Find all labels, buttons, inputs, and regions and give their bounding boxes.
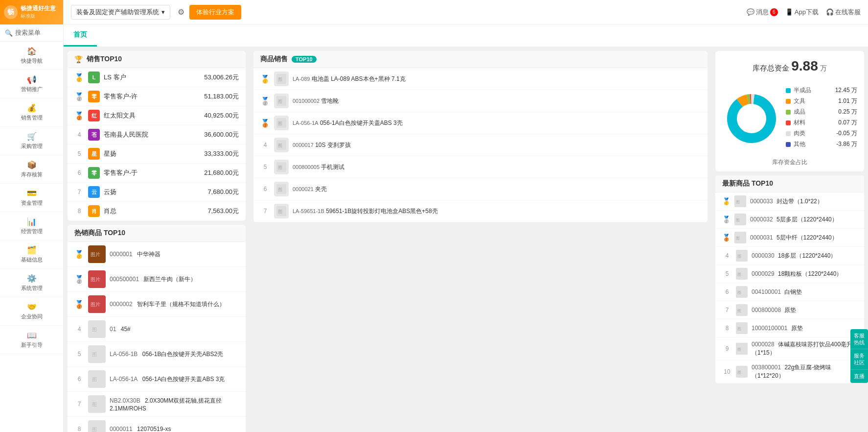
nav-icon-4: 📦 — [27, 160, 37, 169]
sidebar-item-0[interactable]: 🏠 快捷导航 — [0, 42, 63, 70]
rank-amount-1: 51,183.00元 — [204, 92, 239, 101]
product-sales-list: 🥇 图 LA-089 电池盖 LA-089 ABS本色+黑种 7.1克 🥈 图 … — [253, 68, 708, 222]
rank-num-5: 6 — [260, 186, 270, 192]
list-item: 🥇 图片 0000001 中华神器 — [68, 242, 246, 267]
svg-rect-8 — [88, 345, 106, 363]
svg-text:图: 图 — [278, 165, 282, 170]
prod-img-6: 图 — [274, 204, 289, 218]
rank-num-6: 7 — [260, 208, 270, 215]
online-service-button[interactable]: 🎧 在线客服 — [826, 8, 861, 17]
svg-rect-12 — [88, 395, 106, 413]
ratio-label: 库存资金占比 — [715, 156, 864, 171]
sidebar-item-1[interactable]: 📢 营销推广 — [0, 70, 63, 98]
legend-dot-2 — [786, 110, 791, 115]
svg-text:图: 图 — [278, 209, 282, 214]
app-subtitle: 标准版 — [21, 13, 56, 20]
list-item: 5 图 0000029 18颗粒板（1220*2440） — [715, 265, 864, 283]
tab-home[interactable]: 首页 — [64, 24, 97, 47]
sidebar-item-10[interactable]: 📖 新手引导 — [0, 326, 63, 354]
rank-amount-2: 40,925.00元 — [204, 111, 239, 120]
sidebar-item-8[interactable]: ⚙️ 系统管理 — [0, 269, 63, 297]
list-item: 5 图 LA-056-1B 056-1B白色按键开关壳ABS2壳 — [68, 342, 246, 367]
svg-text:图: 图 — [92, 377, 97, 382]
rank-num-new-3: 4 — [722, 252, 732, 259]
inventory-amount: 9.88 — [791, 58, 818, 73]
sidebar-item-5[interactable]: 💳 资金管理 — [0, 184, 63, 212]
float-btn-1[interactable]: 服务 社区 — [850, 349, 868, 370]
app-download-button[interactable]: 📱 App下载 — [785, 8, 819, 17]
legend-item-4: 肉类 -0.05 万 — [786, 129, 857, 138]
table-row: 4 苍 苍南县人民医院 36,600.00元 — [68, 125, 246, 144]
rank-num-hot-7: 8 — [74, 426, 84, 432]
rank-avatar-5: 零 — [88, 167, 100, 179]
sidebar-item-3[interactable]: 🛒 采购管理 — [0, 127, 63, 155]
gear-icon[interactable]: ⚙ — [178, 7, 184, 17]
page-tabs: 首页 — [64, 24, 868, 47]
nav-label-10: 新手引导 — [21, 341, 43, 349]
product-sales-card: 商品销售 TOP10 🥇 图 LA-089 电池盖 LA-089 ABS本色+黑… — [253, 51, 708, 222]
system-name-selector[interactable]: 装备及固定资产辅助管理系统 ▾ — [71, 5, 170, 20]
rank-num-4: 5 — [74, 150, 84, 157]
sidebar-item-4[interactable]: 📦 库存核算 — [0, 155, 63, 184]
table-row: 🥈 零 零售客户-许 51,183.00元 — [68, 87, 246, 106]
newest-prod-info-7: 10000100001 原垫 — [752, 324, 857, 333]
sidebar-item-6[interactable]: 📊 经营管理 — [0, 212, 63, 240]
rank-num-new-9: 10 — [722, 368, 732, 375]
list-item: 10 图 003800001 22g鱼豆腐-烧烤味（1*12*20） — [715, 360, 864, 384]
legend-label-5: 其他 — [794, 140, 825, 148]
prod-info-6: LA-59651-1B 59651-1B旋转投影灯电池盒ABS黑色+58壳 — [293, 207, 701, 216]
newest-prod-info-0: 0000033 封边带（1.0*22） — [750, 197, 857, 206]
legend-dot-5 — [786, 142, 791, 147]
sidebar-header: 畅 畅捷通好生意 标准版 — [0, 0, 63, 24]
rank-num-7: 8 — [74, 208, 84, 215]
topbar-right: 💬 消息 6 📱 App下载 🎧 在线客服 — [747, 8, 861, 17]
nav-label-6: 经营管理 — [21, 228, 43, 235]
medal-icon-2: 🥉 — [74, 111, 84, 120]
sidebar-item-9[interactable]: 🤝 企业协同 — [0, 297, 63, 326]
list-item: 6 图 LA-056-1A 056-1A白色按键开关盖ABS 3克 — [68, 367, 246, 392]
nav-icon-8: ⚙️ — [27, 274, 37, 283]
newest-prod-img-0: 图 — [734, 195, 746, 207]
hot-prod-info-2: 0000002 智利车子里（规格不知道填什么） — [110, 300, 239, 309]
list-item: 6 图 004100001 白钢垫 — [715, 283, 864, 301]
rank-amount-5: 21,680.00元 — [204, 168, 239, 177]
list-item: 8 图 0000011 12070519-xs — [68, 417, 246, 432]
legend-value-2: 0.25 万 — [828, 108, 857, 116]
svg-text:图: 图 — [278, 121, 282, 126]
legend-label-3: 材料 — [794, 119, 825, 127]
float-btn-0[interactable]: 客服 热线 — [850, 329, 868, 350]
nav-label-4: 库存核算 — [21, 171, 43, 178]
sidebar-item-2[interactable]: 💰 销售管理 — [0, 98, 63, 127]
legend-item-0: 半成品 12.45 万 — [786, 86, 857, 95]
svg-text:图: 图 — [736, 218, 740, 222]
nav-label-7: 基础信息 — [21, 256, 43, 264]
message-icon: 💬 — [747, 8, 754, 16]
rank-avatar-4: 星 — [88, 148, 100, 160]
list-item: 🥈 图片 000500001 新西兰牛肉（新牛） — [68, 267, 246, 292]
sidebar-item-7[interactable]: 🗂️ 基础信息 — [0, 240, 63, 269]
medal-icon-0: 🥇 — [74, 73, 84, 82]
phone-icon: 📱 — [785, 8, 793, 16]
right-column: 库存总资金 9.88 万 — [711, 47, 868, 432]
svg-text:图片: 图片 — [91, 252, 100, 257]
sidebar-search[interactable]: 🔍 搜索菜单 — [0, 24, 63, 42]
rank-num-3: 4 — [74, 131, 84, 138]
legend-label-4: 肉类 — [794, 129, 825, 138]
sidebar: 畅 畅捷通好生意 标准版 🔍 搜索菜单 🏠 快捷导航📢 营销推广💰 销售管理🛒 … — [0, 0, 64, 432]
newest-products-header: 最新商品 TOP10 — [715, 175, 864, 192]
legend-item-5: 其他 -3.86 万 — [786, 140, 857, 148]
svg-text:图: 图 — [278, 99, 282, 104]
svg-text:图: 图 — [737, 254, 741, 259]
list-item: 🥉 图 0000031 5层中纤（1220*2440） — [715, 229, 864, 247]
legend-value-1: 1.01 万 — [828, 97, 857, 105]
list-item: 6 图 0000021 夹壳 — [253, 178, 708, 200]
list-item: 8 图 10000100001 原垫 — [715, 319, 864, 337]
svg-text:图: 图 — [92, 427, 97, 432]
float-btn-2[interactable]: 直播 — [850, 370, 868, 383]
hot-prod-info-7: 0000011 12070519-xs — [110, 426, 239, 432]
trial-button[interactable]: 体验行业方案 — [189, 5, 241, 20]
rank-num-3: 4 — [260, 142, 270, 148]
svg-text:图: 图 — [737, 290, 741, 295]
messages-button[interactable]: 💬 消息 6 — [747, 8, 778, 17]
legend-label-0: 半成品 — [794, 86, 825, 95]
